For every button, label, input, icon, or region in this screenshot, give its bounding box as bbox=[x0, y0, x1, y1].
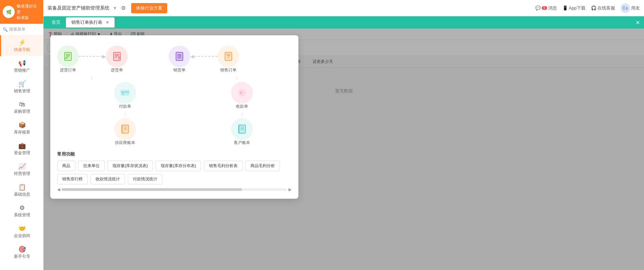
func-btn-payment-stats[interactable]: 付款情况统计 bbox=[128, 174, 162, 184]
customer-ledger-icon bbox=[231, 118, 253, 140]
logo-text: 畅康通好生意 标准版 bbox=[17, 3, 40, 20]
flow-arrows-v2: ↓ ↓ bbox=[57, 111, 292, 117]
modal-body: 进货订单 ▶ bbox=[50, 35, 298, 199]
func-btn-sales-rank[interactable]: 销售排行榜 bbox=[57, 174, 88, 184]
sidebar-logo: 🌿 畅康通好生意 标准版 bbox=[0, 0, 43, 24]
func-btn-inventory-status[interactable]: 现存量(库存状况表) bbox=[107, 161, 153, 171]
flow-node-purchase-order[interactable]: 进货订单 bbox=[57, 46, 79, 73]
modal-overlay: 进货订单 ▶ bbox=[43, 29, 644, 270]
sidebar-item-enterprise[interactable]: 🤝 企业协同 bbox=[0, 221, 43, 242]
func-btn-partner[interactable]: 往来单位 bbox=[78, 161, 105, 171]
common-functions-section: 常用功能 商品 往来单位 现存量(库存状况表) 现存量(库存分布表) 销售毛利分… bbox=[57, 151, 292, 184]
tab-home[interactable]: 首页 bbox=[46, 17, 66, 28]
flow-diagram-section: 进货订单 ▶ bbox=[57, 42, 292, 151]
func-btn-inventory-dist[interactable]: 现存量(库存分布表) bbox=[156, 161, 201, 171]
flow-row-3: 供应商账本 客户账本 bbox=[57, 118, 292, 146]
svg-point-24 bbox=[239, 89, 245, 96]
sidebar-item-operation[interactable]: 📈 经营管理 bbox=[0, 159, 43, 180]
svg-point-20 bbox=[227, 57, 229, 59]
logo-icon: 🌿 bbox=[3, 6, 15, 18]
topbar-actions: 💬 5 消息 📱 App下载 🎧 在线客服 Ea 用友 bbox=[535, 3, 640, 13]
message-badge: 5 bbox=[542, 6, 547, 10]
quick-nav-modal: 进货订单 ▶ bbox=[50, 35, 298, 199]
sidebar: 🌿 畅康通好生意 标准版 🔍 搜索菜单 ⚡ 快捷导航 📢 营销推广 🛒 销 bbox=[0, 0, 43, 270]
flow-node-sales-order[interactable]: 销售订单 bbox=[217, 46, 239, 73]
svg-rect-5 bbox=[114, 52, 120, 60]
sidebar-item-finance[interactable]: 💼 资金管理 bbox=[0, 139, 43, 159]
close-all-tabs-icon[interactable]: ✕ bbox=[634, 18, 641, 27]
sales-order-icon bbox=[217, 46, 239, 67]
sidebar-nav: ⚡ 快捷导航 📢 营销推广 🛒 销售管理 🛍 采购管理 📦 库存核算 💼 bbox=[0, 35, 43, 270]
message-action[interactable]: 💬 5 消息 bbox=[535, 5, 557, 11]
flow-row-1: 进货订单 ▶ bbox=[57, 46, 292, 73]
flow-node-supplier-ledger[interactable]: 供应商账本 bbox=[114, 118, 136, 146]
hscroll-area: ◀ ▶ bbox=[57, 187, 292, 192]
flow-row-2: ¥ 付款单 ¥ 收款单 bbox=[57, 82, 292, 109]
svg-rect-10 bbox=[176, 52, 183, 60]
hscroll-track[interactable] bbox=[62, 188, 287, 191]
receipt-icon: ¥ bbox=[231, 82, 253, 104]
operation-icon: 📈 bbox=[18, 163, 26, 170]
user-avatar: Ea bbox=[621, 3, 630, 13]
online-service-action[interactable]: 🎧 在线客服 bbox=[591, 5, 615, 11]
flow-node-sale[interactable]: 销货单 bbox=[169, 46, 190, 73]
quick-nav-icon: ⚡ bbox=[18, 39, 26, 46]
hscroll-right-icon[interactable]: ▶ bbox=[289, 187, 292, 192]
service-icon: 🎧 bbox=[591, 5, 596, 11]
inventory-icon: 📦 bbox=[18, 121, 26, 129]
sidebar-item-marketing[interactable]: 📢 营销推广 bbox=[0, 56, 43, 77]
download-icon: 📱 bbox=[562, 5, 568, 11]
user-profile[interactable]: Ea 用友 bbox=[621, 3, 640, 13]
svg-rect-15 bbox=[177, 58, 181, 59]
svg-text:¥: ¥ bbox=[240, 91, 242, 95]
sales-icon: 🛒 bbox=[18, 80, 26, 88]
purchase-icon: 🛍 bbox=[19, 101, 25, 108]
message-icon: 💬 bbox=[535, 5, 541, 11]
sidebar-item-system[interactable]: ⚙ 系统管理 bbox=[0, 201, 43, 221]
sidebar-item-basic[interactable]: 📋 基础信息 bbox=[0, 180, 43, 201]
sidebar-search[interactable]: 🔍 搜索菜单 bbox=[0, 24, 43, 35]
sidebar-item-inventory[interactable]: 📦 库存核算 bbox=[0, 118, 43, 139]
purchase-icon bbox=[106, 46, 128, 67]
tab-close-icon[interactable]: ✕ bbox=[106, 20, 109, 25]
basic-icon: 📋 bbox=[18, 183, 26, 191]
purchase-label: 进货单 bbox=[111, 67, 123, 73]
system-icon: ⚙ bbox=[19, 204, 25, 212]
main-area: 装备及固定资产辅助管理系统 ▼ ⚙ 体验行业方案 💬 5 消息 📱 App下载 … bbox=[43, 0, 644, 270]
func-btn-sales-profit[interactable]: 销售毛利分析表 bbox=[204, 161, 243, 171]
arrow-2: ◀ bbox=[190, 54, 217, 59]
flow-node-customer-ledger[interactable]: 客户账本 bbox=[231, 118, 253, 146]
sale-icon bbox=[169, 46, 190, 67]
section-label: 常用功能 bbox=[57, 151, 292, 157]
dropdown-arrow-icon[interactable]: ▼ bbox=[113, 6, 117, 11]
sidebar-item-quick[interactable]: ⚡ 快捷导航 bbox=[0, 35, 43, 56]
sidebar-item-sales[interactable]: 🛒 销售管理 bbox=[0, 77, 43, 97]
flow-arrows-v: ↓ ↓ bbox=[57, 74, 292, 80]
func-btn-receipt-stats[interactable]: 收款情况统计 bbox=[90, 174, 125, 184]
func-btn-product[interactable]: 商品 bbox=[57, 161, 75, 171]
flow-node-purchase[interactable]: 进货单 bbox=[106, 46, 128, 73]
tab-sales-order[interactable]: 销售订单执行表 ✕ bbox=[66, 17, 115, 28]
svg-rect-16 bbox=[225, 52, 232, 60]
trial-button[interactable]: 体验行业方案 bbox=[131, 3, 167, 13]
settings-gear-icon[interactable]: ⚙ bbox=[121, 5, 126, 11]
svg-rect-28 bbox=[122, 125, 123, 133]
flow-node-payment[interactable]: ¥ 付款单 bbox=[114, 82, 136, 109]
flow-node-receipt[interactable]: ¥ 收款单 bbox=[231, 82, 253, 109]
hscroll-left-icon[interactable]: ◀ bbox=[57, 187, 60, 192]
purchase-order-label: 进货订单 bbox=[60, 67, 76, 73]
finance-icon: 💼 bbox=[18, 142, 26, 149]
sidebar-item-purchase[interactable]: 🛍 采购管理 bbox=[0, 97, 43, 118]
app-download-action[interactable]: 📱 App下载 bbox=[562, 5, 586, 11]
sidebar-item-newbie[interactable]: 🎯 新手引导 bbox=[0, 242, 43, 263]
func-buttons-row-1: 商品 往来单位 现存量(库存状况表) 现存量(库存分布表) 销售毛利分析表 商品… bbox=[57, 161, 292, 171]
topbar: 装备及固定资产辅助管理系统 ▼ ⚙ 体验行业方案 💬 5 消息 📱 App下载 … bbox=[43, 0, 644, 16]
system-title: 装备及固定资产辅助管理系统 bbox=[48, 5, 109, 11]
receipt-label: 收款单 bbox=[236, 104, 248, 109]
supplier-ledger-icon bbox=[114, 118, 136, 140]
func-btn-product-profit[interactable]: 商品毛利分析 bbox=[245, 161, 280, 171]
enterprise-icon: 🤝 bbox=[18, 225, 26, 232]
svg-text:¥: ¥ bbox=[122, 92, 124, 95]
payment-label: 付款单 bbox=[119, 104, 131, 109]
hscroll-thumb bbox=[62, 188, 242, 191]
